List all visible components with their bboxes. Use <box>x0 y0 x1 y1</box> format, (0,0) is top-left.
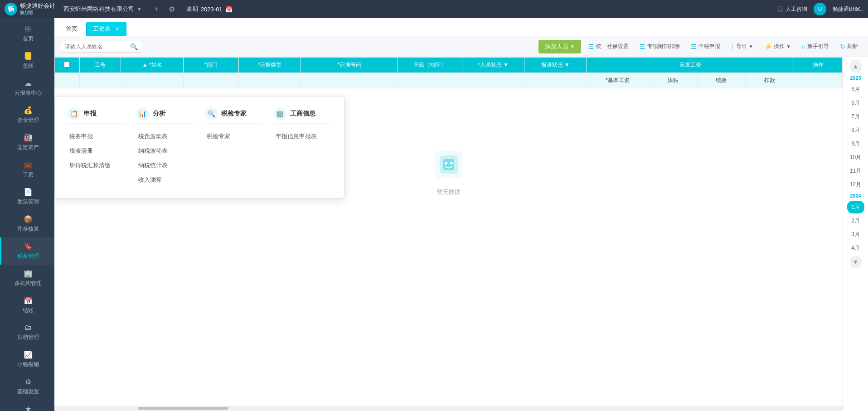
dropdown-section-expert: 🔍 税检专家 税检专家 <box>199 104 268 191</box>
subheader-base: *基本工资 <box>587 73 649 88</box>
period-value: 2023-01 <box>201 6 223 13</box>
sidebar-item-settings[interactable]: ⚙ 基础设置 <box>0 373 54 400</box>
sidebar-label-close: 结账 <box>23 307 34 314</box>
refresh-button[interactable]: ↻ 刷新 <box>836 41 862 52</box>
dropdown-section-analysis: 📊 分析 税负波动表 纳税波动表 纳税统计表 收入测算 <box>131 104 200 191</box>
window-controls: □ ✕ <box>826 0 868 18</box>
guide-toolbar-icon: ○ <box>802 43 805 50</box>
select-all-checkbox[interactable] <box>64 62 70 68</box>
timeline-month-2024-1[interactable]: 1月 <box>847 201 864 213</box>
subheader-idnum <box>301 73 398 88</box>
tab-close-icon[interactable]: ✕ <box>115 26 120 32</box>
sidebar-item-ledger[interactable]: 📒 总账 <box>0 47 54 74</box>
special-deduction-label: 专项附加扣除 <box>647 43 680 50</box>
sidebar: ⊞ 首页 📒 总账 ☁ 云报表中心 💰 资金管理 🏭 固定资产 💼 工资 📄 发… <box>0 18 54 411</box>
service-button[interactable]: 🎧 人工咨询 <box>777 5 807 13</box>
social-security-icon: ☰ <box>588 43 594 50</box>
sidebar-item-salary[interactable]: 💼 工资 <box>0 156 54 183</box>
timeline-down-button[interactable]: ▼ <box>849 256 862 268</box>
add-person-chevron-icon: ▼ <box>570 44 575 49</box>
topbar: 畅 畅捷通好会计 旗舰版 西安虾米网络科技有限公司 ▼ + ⚙ 账期 2023-… <box>0 0 868 18</box>
ledger-icon: 📒 <box>24 52 33 60</box>
maximize-button[interactable]: □ <box>826 0 847 18</box>
col-header-report[interactable]: 报送状态 ▼ <box>524 58 587 73</box>
col-header-status[interactable]: *人员状态 ▼ <box>462 58 524 73</box>
sidebar-item-invoice[interactable]: 📄 发票管理 <box>0 183 54 210</box>
social-security-button[interactable]: ☰ 统一社保设置 <box>585 41 632 52</box>
dropdown-item-expert[interactable]: 税检专家 <box>205 129 263 144</box>
timeline-month-2024-2[interactable]: 2月 <box>847 214 864 227</box>
special-deduction-button[interactable]: ☰ 专项附加扣除 <box>636 41 684 52</box>
dropdown-item-tax-stats[interactable]: 纳税统计表 <box>136 158 194 173</box>
timeline-month-2023-12[interactable]: 12月 <box>847 178 864 191</box>
dropdown-item-income-tax-settle[interactable]: 所得税汇算清缴 <box>68 158 126 173</box>
dropdown-item-annual-report[interactable]: 年报信息申报表 <box>274 129 332 144</box>
col-header-name[interactable]: ▲ *姓名 <box>121 58 183 73</box>
sidebar-item-guide[interactable]: ★ 新手引导 <box>0 400 54 411</box>
sidebar-item-home[interactable]: ⊞ 首页 <box>0 20 54 47</box>
sidebar-item-close[interactable]: 📅 结账 <box>0 292 54 319</box>
dropdown-item-tax-table[interactable]: 税表清册 <box>68 144 126 158</box>
export-button[interactable]: ↑ 导出 ▼ <box>727 41 757 52</box>
calendar-icon[interactable]: 📅 <box>225 6 233 13</box>
timeline-month-2023-11[interactable]: 11月 <box>847 164 864 177</box>
timeline-month-2024-3[interactable]: 3月 <box>847 228 864 241</box>
col-header-dept: *部门 <box>183 58 238 73</box>
inventory-icon: 📦 <box>24 215 33 223</box>
timeline-month-2023-7[interactable]: 7月 <box>847 110 864 123</box>
timeline-month-2023-5[interactable]: 5月 <box>847 83 864 96</box>
horizontal-scrollbar[interactable] <box>54 406 843 411</box>
dropdown-section-title-declaration: 📋 申报 <box>68 107 126 124</box>
subheader-perf: 绩效 <box>697 73 746 88</box>
sidebar-item-assets[interactable]: 🏭 固定资产 <box>0 129 54 156</box>
timeline-month-2023-9[interactable]: 9月 <box>847 137 864 150</box>
operate-icon: ⚡ <box>764 43 772 50</box>
dropdown-section-title-expert: 🔍 税检专家 <box>205 107 263 124</box>
sidebar-item-tax[interactable]: 🔖 税务管理 <box>0 237 54 265</box>
add-person-button[interactable]: 添加人员 ▼ <box>538 40 581 53</box>
declaration-section-icon: 📋 <box>68 107 80 120</box>
dropdown-item-income-estimate[interactable]: 收入测算 <box>136 173 194 187</box>
dropdown-section-title-business: 🏢 工商信息 <box>274 107 332 124</box>
dropdown-item-tax-report[interactable]: 税务申报 <box>68 129 126 144</box>
sidebar-item-cloud[interactable]: ☁ 云报表中心 <box>0 74 54 102</box>
tax-report-button[interactable]: ☰ 个税申报 <box>687 41 724 52</box>
sidebar-label-tax: 税务管理 <box>17 252 39 260</box>
settings-sidebar-icon: ⚙ <box>25 377 31 386</box>
settings-icon[interactable]: ⚙ <box>166 4 177 15</box>
close-button[interactable]: ✕ <box>847 0 868 18</box>
guide-button[interactable]: ○ 新手引导 <box>798 41 833 52</box>
operate-button[interactable]: ⚡ 操作 ▼ <box>761 41 795 52</box>
dropdown-item-tax-fluctuation[interactable]: 纳税波动表 <box>136 144 194 158</box>
dropdown-item-tax-burden[interactable]: 税负波动表 <box>136 129 194 144</box>
col-header-check[interactable] <box>55 58 80 73</box>
timeline-month-2024-4[interactable]: 4月 <box>847 242 864 254</box>
business-title: 工商信息 <box>290 110 315 118</box>
timeline-month-2023-8[interactable]: 8月 <box>847 124 864 136</box>
timeline-month-2023-10[interactable]: 10月 <box>847 151 864 164</box>
timeline-up-button[interactable]: ▲ <box>849 60 862 73</box>
tab-home[interactable]: 首页 <box>59 22 84 36</box>
scrollbar-thumb[interactable] <box>138 407 228 410</box>
subheader-idtype <box>238 73 301 88</box>
logo-icon: 畅 <box>5 3 17 15</box>
year-2023-label: 2023 <box>850 75 861 81</box>
tax-dropdown-menu: 📋 申报 税务申报 税表清册 所得税汇算清缴 📊 分析 税负波动表 纳税波动表 … <box>54 96 344 198</box>
sidebar-item-inventory[interactable]: 📦 库存核算 <box>0 210 54 237</box>
dropdown-section-declaration: 📋 申报 税务申报 税表清册 所得税汇算清缴 <box>62 104 131 191</box>
sidebar-label-cloud: 云报表中心 <box>15 89 42 97</box>
sidebar-label-salary: 工资 <box>23 171 34 179</box>
add-button[interactable]: + <box>151 4 162 15</box>
company-chevron-icon: ▼ <box>137 6 142 12</box>
sidebar-item-funds[interactable]: 💰 资金管理 <box>0 102 54 129</box>
company-selector[interactable]: 西安虾米网络科技有限公司 ▼ <box>63 5 142 13</box>
tab-salary[interactable]: 工资表 ✕ <box>86 22 126 36</box>
sidebar-item-archive[interactable]: 🗂 归档管理 <box>0 319 54 346</box>
assets-icon: 🏭 <box>24 133 33 142</box>
timeline-month-2023-6[interactable]: 6月 <box>847 97 864 109</box>
operate-chevron-icon: ▼ <box>786 44 791 49</box>
sidebar-item-report[interactable]: 📈 小畅报销 <box>0 346 54 373</box>
sidebar-item-multi[interactable]: 🏢 多机构管理 <box>0 265 54 292</box>
search-input[interactable] <box>65 44 128 50</box>
col-header-idnum: *证据号码 <box>301 58 398 73</box>
